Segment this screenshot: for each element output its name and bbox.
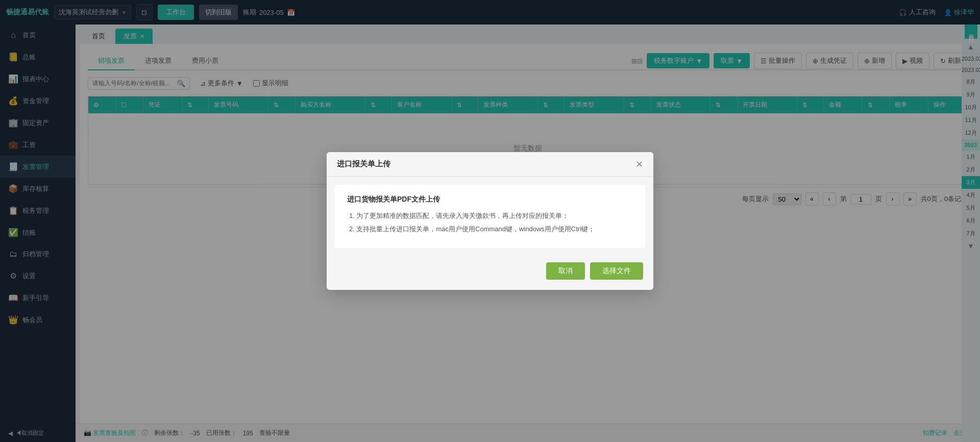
modal-body: 进口货物报关单PDF文件上传 1. 为了更加精准的数据匹配，请先录入海关缴款书，… [335,185,645,248]
instruction-1: 1. 为了更加精准的数据匹配，请先录入海关缴款书，再上传对应的报关单； [347,211,633,220]
modal-instructions: 1. 为了更加精准的数据匹配，请先录入海关缴款书，再上传对应的报关单； 2. 支… [347,211,633,234]
instruction-2: 2. 支持批量上传进口报关单，mac用户使用Command键，windows用户… [347,225,633,234]
modal-body-title: 进口货物报关单PDF文件上传 [347,195,633,204]
import-customs-modal: 进口报关单上传 ✕ 进口货物报关单PDF文件上传 1. 为了更加精准的数据匹配，… [327,152,653,290]
modal-cancel-button[interactable]: 取消 [546,262,585,280]
modal-header: 进口报关单上传 ✕ [327,152,653,177]
modal-select-file-button[interactable]: 选择文件 [590,262,643,280]
modal-overlay: 进口报关单上传 ✕ 进口货物报关单PDF文件上传 1. 为了更加精准的数据匹配，… [0,0,980,442]
modal-title: 进口报关单上传 [337,159,390,169]
modal-footer: 取消 选择文件 [327,256,653,290]
modal-close-button[interactable]: ✕ [635,160,643,169]
